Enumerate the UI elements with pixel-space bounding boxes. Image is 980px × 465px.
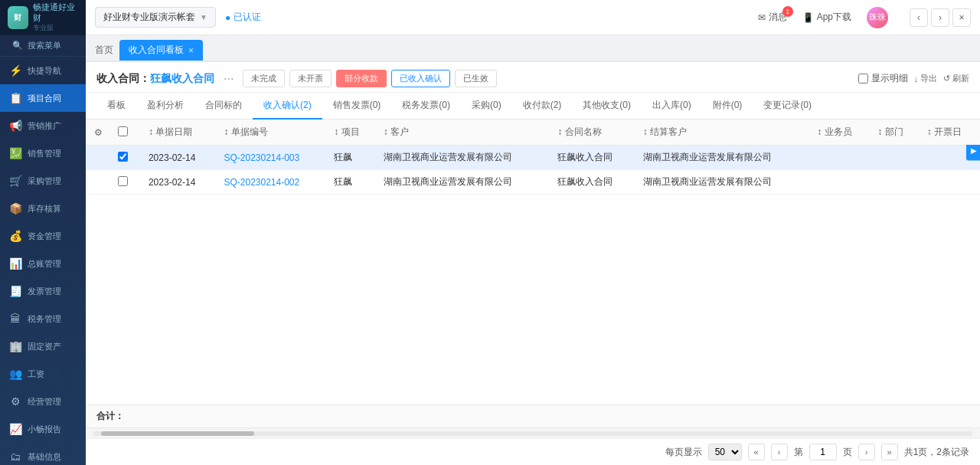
row-open-date: [920, 170, 980, 195]
breadcrumb-home[interactable]: 首页: [95, 44, 113, 57]
refresh-button[interactable]: ↺ 刷新: [943, 73, 969, 84]
tab-outbound[interactable]: 出入库(0): [642, 93, 702, 120]
row-contract-name: 狂飙收入合同: [550, 170, 635, 195]
sidebar-item-report[interactable]: 📈 小畅报告: [0, 415, 86, 443]
col-settings[interactable]: ⚙: [86, 120, 110, 146]
sidebar-item-tax[interactable]: 🏛 税务管理: [0, 305, 86, 332]
tab-payment[interactable]: 收付款(2): [512, 93, 573, 120]
tab-other-income[interactable]: 其他收支(0): [572, 93, 642, 120]
sidebar-item-purchase[interactable]: 🛒 采购管理: [0, 167, 86, 195]
tab-tax-invoice[interactable]: 税务发票(0): [391, 93, 461, 120]
status-income-confirmed[interactable]: 已收入确认: [391, 70, 450, 87]
status-effective[interactable]: 已生效: [455, 70, 497, 87]
sidebar-item-fixed-assets[interactable]: 🏢 固定资产: [0, 332, 86, 360]
col-date: ↕ 单据日期: [141, 120, 217, 146]
first-page-button[interactable]: «: [748, 444, 765, 460]
col-checkbox[interactable]: [110, 120, 141, 146]
status-incomplete[interactable]: 未完成: [243, 70, 285, 87]
last-page-button[interactable]: »: [881, 444, 898, 460]
hr-icon: 👥: [8, 366, 23, 381]
row-date: 2023-02-14: [141, 170, 217, 195]
more-button[interactable]: ···: [224, 72, 234, 86]
sidebar-item-label: 总账管理: [28, 258, 61, 270]
tab-income-confirm[interactable]: 收入确认(2): [253, 93, 322, 120]
sidebar-item-project[interactable]: 📋 项目合同: [0, 84, 86, 112]
sidebar-item-general[interactable]: 📊 总账管理: [0, 250, 86, 277]
tab-change-log[interactable]: 变更记录(0): [753, 93, 822, 120]
status-partial-payment[interactable]: 部分收款: [336, 70, 387, 87]
logo-sub: 专业版: [33, 23, 78, 33]
row-checkbox-cell[interactable]: [110, 146, 141, 170]
app-download-button[interactable]: 📱 App下载: [802, 11, 851, 24]
sidebar-item-marketing[interactable]: 📢 营销推广: [0, 112, 86, 139]
select-all-checkbox[interactable]: [118, 126, 128, 136]
prev-page-button[interactable]: ‹: [771, 444, 788, 460]
topbar: 好业财专业版演示帐套 ▼ 已认证 ✉ 消息 1 📱 App下载 珠珠 ‹: [86, 0, 980, 35]
sidebar-search[interactable]: 🔍 搜索菜单: [0, 35, 86, 57]
tab-profit[interactable]: 盈利分析: [136, 93, 194, 120]
row-checkbox[interactable]: [118, 152, 128, 162]
fixed-assets-icon: 🏢: [8, 339, 23, 354]
sidebar-item-hr[interactable]: 👥 工资: [0, 360, 86, 388]
page-input[interactable]: [809, 444, 837, 460]
tab-purchase[interactable]: 采购(0): [461, 93, 512, 120]
nav-close-button[interactable]: ×: [952, 8, 971, 27]
row-settings: [86, 146, 110, 170]
footer-bar: 合计：: [86, 404, 980, 427]
tab-attachment[interactable]: 附件(0): [702, 93, 753, 120]
message-button[interactable]: ✉ 消息 1: [758, 11, 787, 24]
certified-status: 已认证: [225, 11, 261, 24]
export-button[interactable]: ↓ 导出: [914, 73, 938, 84]
sidebar-quick-nav[interactable]: ⚡ 快捷导航: [0, 57, 86, 84]
sidebar-item-label: 基础信息: [28, 451, 61, 463]
row-customer: 湖南卫视商业运营发展有限公司: [376, 170, 550, 195]
sidebar-item-sales[interactable]: 💹 销售管理: [0, 139, 86, 167]
sidebar-item-capital[interactable]: 💰 资金管理: [0, 222, 86, 250]
export-label: 导出: [920, 73, 937, 84]
scroll-track: [93, 431, 972, 436]
sidebar-item-invoice[interactable]: 🧾 发票管理: [0, 277, 86, 305]
nav-next-button[interactable]: ›: [931, 8, 949, 27]
logo-text: 畅捷通好业财: [33, 2, 78, 22]
next-page-button[interactable]: ›: [858, 444, 875, 460]
detail-checkbox-input[interactable]: [858, 74, 868, 84]
display-detail-label: 显示明细: [871, 72, 908, 85]
company-selector[interactable]: 好业财专业版演示帐套 ▼: [95, 7, 216, 28]
row-contract-name: 狂飙收入合同: [550, 146, 635, 170]
inventory-icon: 📦: [8, 201, 23, 216]
user-name: 珠珠: [869, 11, 886, 23]
nav-prev-button[interactable]: ‹: [910, 8, 928, 27]
status-uninvoiced[interactable]: 未开票: [289, 70, 332, 87]
topbar-right: ✉ 消息 1 📱 App下载 珠珠 ‹ › ×: [758, 7, 971, 28]
sidebar-item-label: 固定资产: [28, 341, 61, 352]
message-icon: ✉: [758, 12, 766, 23]
row-checkbox[interactable]: [118, 176, 128, 186]
export-icon: ↓: [914, 74, 919, 84]
sidebar-item-ops[interactable]: ⚙ 经营管理: [0, 388, 86, 415]
invoice-icon: 🧾: [8, 283, 23, 299]
app-download-label: App下载: [817, 11, 851, 24]
table-row[interactable]: 2023-02-14 SQ-20230214-003 狂飙 湖南卫视商业运营发展…: [86, 146, 980, 170]
tab-label: 收入合同看板: [129, 44, 184, 57]
tab-close-icon[interactable]: ×: [188, 45, 194, 56]
row-checkbox-cell[interactable]: [110, 170, 141, 195]
scroll-bar-area[interactable]: [86, 427, 980, 438]
refresh-label: 刷新: [952, 73, 969, 84]
tab-sales-invoice[interactable]: 销售发票(0): [322, 93, 392, 120]
row-number[interactable]: SQ-20230214-002: [216, 170, 326, 195]
scroll-thumb[interactable]: [101, 431, 254, 436]
user-avatar-button[interactable]: 珠珠: [867, 7, 888, 28]
sub-tabs: 看板 盈利分析 合同标的 收入确认(2) 销售发票(0) 税务发票(0) 采购(…: [86, 93, 980, 120]
sales-icon: 💹: [8, 146, 23, 161]
tab-contract-std[interactable]: 合同标的: [194, 93, 253, 120]
download-icon: 📱: [802, 12, 814, 23]
tab-income-contract[interactable]: 收入合同看板 ×: [119, 40, 203, 61]
display-detail-checkbox[interactable]: 显示明细: [858, 72, 908, 85]
sidebar-item-base[interactable]: 🗂 基础信息: [0, 443, 86, 465]
row-number[interactable]: SQ-20230214-003: [216, 146, 326, 170]
tab-kanban[interactable]: 看板: [96, 93, 136, 120]
table-row[interactable]: 2023-02-14 SQ-20230214-002 狂飙 湖南卫视商业运营发展…: [86, 170, 980, 195]
contract-prefix: 收入合同：: [96, 72, 150, 84]
per-page-select[interactable]: 50: [708, 444, 742, 460]
sidebar-item-inventory[interactable]: 📦 库存核算: [0, 195, 86, 222]
